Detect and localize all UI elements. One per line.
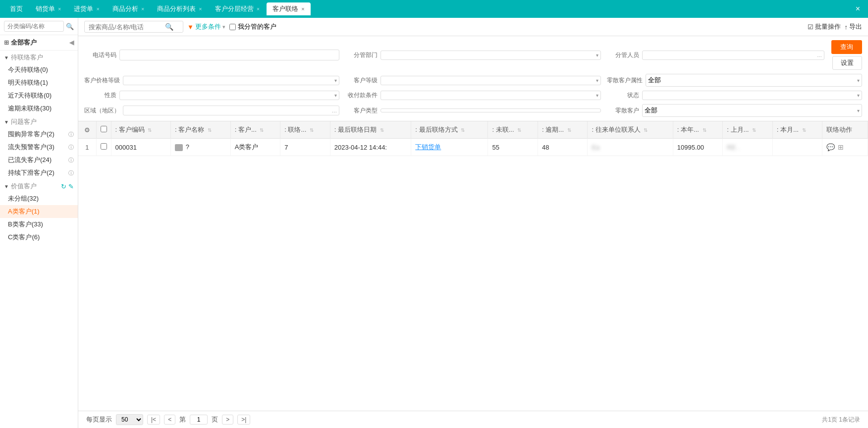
cell-last-month: RE .	[723, 139, 773, 156]
first-page-btn[interactable]: |<	[147, 415, 160, 425]
main-search-icon[interactable]: 🔍	[165, 23, 173, 31]
close-purchase-tab[interactable]: ×	[96, 6, 99, 12]
cell-year-amount: 10995.00	[673, 139, 723, 156]
batch-op-btn[interactable]: ☑ 批量操作	[808, 22, 841, 31]
col-last-method: : 最后联络方式 ⇅	[411, 121, 488, 139]
filter-price-level-select[interactable]: ▾	[123, 76, 339, 85]
sidebar-item-tomorrow[interactable]: 明天待联络(1)	[0, 76, 78, 89]
filter-phone-input[interactable]	[119, 50, 339, 60]
filter-region-select[interactable]: …	[123, 106, 339, 115]
gear-icon[interactable]: ⚙	[84, 126, 90, 134]
cell-last-method: 下销货单	[411, 139, 488, 156]
query-btn[interactable]: 查询	[831, 40, 862, 54]
grid-action-icon[interactable]: ⊞	[838, 143, 844, 151]
last-page-btn[interactable]: >|	[237, 415, 250, 425]
cell-index: 1	[78, 139, 96, 156]
chat-action-icon[interactable]: 💬	[826, 143, 835, 151]
filter-cust-level: 客户等级 ▾	[345, 74, 600, 87]
cell-uncontact: 55	[488, 139, 538, 156]
sidebar-item-overdue[interactable]: 逾期未联络(30)	[0, 102, 78, 115]
sidebar-item-declining[interactable]: 持续下滑客户(2) ⓘ	[0, 166, 78, 179]
export-icon: ↑	[845, 23, 848, 31]
filter-price-level: 客户价格等级 ▾	[84, 74, 339, 87]
collapse-sidebar[interactable]: ◀	[69, 39, 74, 46]
sidebar-item-abnormal[interactable]: 囤购异常客户(2) ⓘ	[0, 128, 78, 141]
filter-scatter-attr-select[interactable]: 全部 ▾	[646, 74, 862, 87]
filter-dept: 分管部门 ▾	[345, 40, 600, 70]
my-customers-filter: 我分管的客户	[229, 22, 276, 31]
col-overdue: : 逾期... ⇅	[538, 121, 588, 139]
tab-customer-contact[interactable]: 客户联络 ×	[267, 2, 310, 15]
cell-type: A类客户	[230, 139, 280, 156]
filter-region: 区域（地区） …	[84, 104, 339, 117]
close-customer-tier-tab[interactable]: ×	[257, 6, 260, 12]
sidebar-all-customers[interactable]: ⊞ 全部客户 ◀	[0, 35, 78, 51]
close-sales-tab[interactable]: ×	[58, 6, 61, 12]
page-input[interactable]	[190, 415, 208, 425]
main-search-input[interactable]	[89, 23, 163, 31]
group-label-pending[interactable]: ▼ 待联络客户	[0, 51, 78, 63]
tab-analysis-list[interactable]: 商品分析列表 ×	[151, 2, 208, 15]
tab-analysis[interactable]: 商品分析 ×	[107, 2, 150, 15]
adv-filter: 电话号码 分管部门 ▾ 分管人员 … 查询 设置	[78, 36, 868, 121]
tab-sales[interactable]: 销货单 ×	[30, 2, 67, 15]
filter-person-select[interactable]: …	[642, 51, 824, 60]
col-checkbox	[96, 121, 111, 139]
filter-person: 分管人员 … 查询 设置	[607, 40, 862, 70]
group-label-value[interactable]: ▼ 价值客户 ↻ ✎	[0, 179, 78, 192]
sidebar-item-7days[interactable]: 近7天待联络(0)	[0, 89, 78, 102]
tab-home[interactable]: 首页	[4, 2, 29, 15]
page-size-select[interactable]: 50 100 200	[116, 414, 143, 425]
my-customers-checkbox[interactable]	[229, 24, 236, 30]
next-page-btn[interactable]: >	[222, 415, 233, 425]
filter-payment-select[interactable]: ▾	[380, 91, 600, 100]
filter-scatter-cust: 零散客户 全部 ▾	[607, 104, 862, 117]
export-btn[interactable]: ↑ 导出	[845, 22, 863, 31]
sidebar-item-class-b[interactable]: B类客户(33)	[0, 218, 78, 231]
close-analysis-tab[interactable]: ×	[141, 6, 144, 12]
sidebar-search-icon[interactable]: 🔍	[66, 23, 74, 30]
pagination-bar: 每页显示 50 100 200 |< < 第 页 > >| 共1页 1条记录	[78, 411, 868, 428]
more-filter-btn[interactable]: ▼ 更多条件 ▾	[187, 22, 225, 31]
last-method-link[interactable]: 下销货单	[415, 143, 441, 151]
tab-customer-tier[interactable]: 客户分层经营 ×	[209, 2, 266, 15]
tab-purchase[interactable]: 进货单 ×	[68, 2, 105, 15]
close-all-tabs[interactable]: ×	[852, 4, 864, 13]
sidebar-item-class-c[interactable]: C类客户(6)	[0, 231, 78, 244]
filter-dept-select[interactable]: ▾	[380, 51, 600, 60]
row-checkbox[interactable]	[101, 143, 107, 150]
col-index: ⚙	[78, 121, 96, 139]
filter-scatter-attr: 零散客户属性 全部 ▾	[607, 74, 862, 87]
filter-nature: 性质 ▾	[84, 91, 339, 100]
refresh-value-icon[interactable]: ↻	[61, 183, 66, 190]
col-action: 联络动作	[822, 121, 868, 139]
table-wrap: ⚙ : 客户编码 ⇅ : 客户名称 ⇅	[78, 121, 868, 411]
filter-cust-level-select[interactable]: ▾	[380, 76, 600, 85]
select-all-checkbox[interactable]	[101, 126, 107, 132]
sidebar-item-today[interactable]: 今天待联络(0)	[0, 63, 78, 76]
sidebar-item-class-a[interactable]: A类客户(1)	[0, 205, 78, 218]
filter-nature-select[interactable]: ▾	[119, 91, 339, 100]
cell-cur-month	[772, 139, 822, 156]
info-icon-churned: ⓘ	[68, 157, 74, 164]
close-customer-contact-tab[interactable]: ×	[301, 6, 304, 12]
filter-cust-type: 客户类型	[345, 104, 600, 117]
col-uncontact: : 未联... ⇅	[488, 121, 538, 139]
sidebar-item-churned[interactable]: 已流失客户(24) ⓘ	[0, 154, 78, 166]
sidebar-item-unclassified[interactable]: 未分组(32)	[0, 192, 78, 205]
filter-scatter-cust-select[interactable]: 全部 ▾	[642, 104, 862, 117]
edit-value-icon[interactable]: ✎	[68, 183, 74, 190]
setting-btn[interactable]: 设置	[832, 56, 862, 70]
sidebar-search-input[interactable]	[4, 21, 64, 32]
filter-payment: 收付款条件 ▾	[345, 91, 600, 100]
info-icon-declining: ⓘ	[68, 169, 74, 177]
main-layout: 🔍 ⊞ 全部客户 ◀ ▼ 待联络客户 今天待联络(0) 明天待联络(1) 近7天…	[0, 18, 868, 428]
prev-page-btn[interactable]: <	[164, 415, 175, 425]
group-label-problem[interactable]: ▼ 问题客户	[0, 115, 78, 128]
right-actions: ☑ 批量操作 ↑ 导出	[808, 22, 863, 31]
filter-status-select[interactable]: ▾	[642, 91, 862, 100]
filter-bar: 🔍 ▼ 更多条件 ▾ 我分管的客户 ☑ 批量操作 ↑ 导出	[78, 18, 868, 36]
close-analysis-list-tab[interactable]: ×	[199, 6, 202, 12]
filter-cust-type-select[interactable]	[380, 108, 600, 112]
sidebar-item-churn-warning[interactable]: 流失预警客户(3) ⓘ	[0, 141, 78, 154]
